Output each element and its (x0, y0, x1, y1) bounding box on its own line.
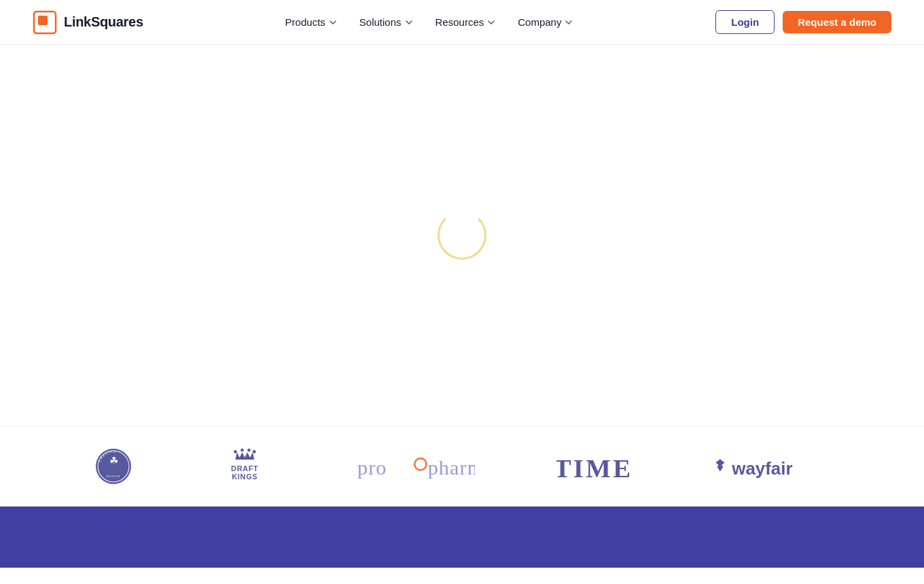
chevron-down-icon (328, 18, 338, 27)
svg-point-8 (234, 450, 237, 453)
svg-text:KINGS: KINGS (232, 473, 257, 481)
svg-point-15 (415, 458, 427, 470)
nav-resources-label: Resources (436, 16, 484, 28)
nav-links: Products Solutions Resources Company (276, 11, 584, 33)
svg-text:pro: pro (357, 456, 387, 479)
nav-actions: Login Request a demo (715, 10, 891, 34)
wayfair-logo: wayfair (711, 448, 829, 485)
nav-products-label: Products (285, 16, 325, 28)
svg-marker-19 (716, 459, 725, 466)
nav-item-resources[interactable]: Resources (426, 11, 506, 33)
svg-point-11 (253, 450, 256, 453)
nav-item-company[interactable]: Company (508, 11, 583, 33)
svg-text:BOSTON: BOSTON (107, 475, 120, 478)
celtics-logo: ☘ CELTICS BOSTON (95, 448, 132, 485)
svg-text:DRAFT: DRAFT (231, 464, 258, 473)
nav-company-label: Company (518, 16, 561, 28)
time-logo: TIME (556, 448, 630, 485)
loading-spinner (438, 211, 486, 260)
main-content (0, 45, 924, 426)
nav-item-products[interactable]: Products (276, 11, 347, 33)
svg-text:wayfair: wayfair (731, 459, 792, 478)
nav-solutions-label: Solutions (359, 16, 402, 28)
login-button[interactable]: Login (715, 10, 775, 34)
svg-text:TIME: TIME (556, 453, 630, 483)
chevron-down-icon (486, 18, 496, 27)
svg-text:pharma: pharma (428, 456, 475, 479)
nav-item-solutions[interactable]: Solutions (350, 11, 423, 33)
svg-marker-7 (235, 452, 254, 460)
chevron-down-icon (404, 18, 414, 27)
chevron-down-icon (564, 18, 573, 27)
navbar: LinkSquares Products Solutions Resources… (0, 0, 924, 45)
footer-band (0, 506, 924, 568)
propharma-logo: pro pharma (357, 448, 475, 485)
svg-text:☘: ☘ (109, 456, 118, 466)
logo-icon (33, 10, 57, 35)
svg-point-10 (247, 449, 251, 452)
logo-link[interactable]: LinkSquares (33, 10, 143, 35)
logo-text: LinkSquares (64, 14, 143, 30)
draftkings-logo: DRAFT KINGS (213, 448, 277, 485)
request-demo-button[interactable]: Request a demo (783, 11, 891, 33)
svg-point-9 (241, 449, 244, 452)
logos-strip: ☘ CELTICS BOSTON DRAFT KINGS (0, 426, 924, 506)
svg-rect-1 (38, 16, 48, 25)
